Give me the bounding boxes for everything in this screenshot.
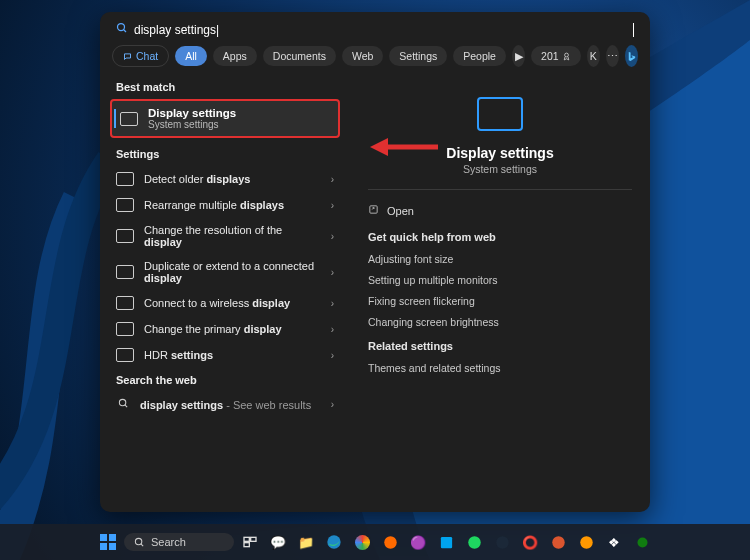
taskbar-app-icon[interactable]: [350, 530, 374, 554]
taskbar-app-icon[interactable]: [378, 530, 402, 554]
settings-result[interactable]: Detect older displays ›: [110, 166, 340, 192]
taskbar-app-icon[interactable]: ⭕: [518, 530, 542, 554]
chevron-right-icon: ›: [331, 298, 334, 309]
steam-icon[interactable]: [490, 530, 514, 554]
settings-result[interactable]: Change the primary display ›: [110, 316, 340, 342]
taskbar-app-icon[interactable]: [462, 530, 486, 554]
svg-line-4: [124, 405, 126, 407]
filter-people[interactable]: People: [453, 46, 506, 66]
chevron-right-icon: ›: [331, 399, 334, 410]
filter-chat[interactable]: Chat: [112, 45, 169, 67]
taskbar-app-icon[interactable]: 💬: [266, 530, 290, 554]
svg-rect-15: [440, 536, 451, 547]
file-explorer-icon[interactable]: 📁: [294, 530, 318, 554]
quick-help-link[interactable]: Adjusting font size: [368, 253, 632, 265]
display-icon: [116, 172, 134, 186]
details-subtitle: System settings: [368, 163, 632, 175]
best-match-subtitle: System settings: [148, 119, 236, 130]
related-link[interactable]: Themes and related settings: [368, 362, 632, 374]
display-large-icon: [477, 97, 523, 131]
svg-rect-20: [637, 537, 647, 547]
svg-rect-10: [244, 537, 249, 541]
chevron-right-icon: ›: [331, 174, 334, 185]
chevron-right-icon: ›: [331, 200, 334, 211]
settings-result[interactable]: Connect to a wireless display ›: [110, 290, 340, 316]
display-icon: [116, 348, 134, 362]
taskbar-app-icon[interactable]: ❖: [602, 530, 626, 554]
taskbar-app-icon[interactable]: [574, 530, 598, 554]
filter-web[interactable]: Web: [342, 46, 383, 66]
display-icon: [116, 229, 134, 243]
filter-apps[interactable]: Apps: [213, 46, 257, 66]
display-icon: [116, 198, 134, 212]
taskbar-search-placeholder: Search: [151, 536, 186, 548]
filter-settings[interactable]: Settings: [389, 46, 447, 66]
taskbar-app-icon[interactable]: [546, 530, 570, 554]
filter-row: Chat All Apps Documents Web Settings Peo…: [100, 43, 650, 77]
details-title: Display settings: [368, 145, 632, 161]
open-action[interactable]: Open: [368, 204, 632, 217]
start-search-panel: display settings Chat All Apps Documents…: [100, 12, 650, 512]
open-icon: [368, 204, 379, 217]
start-button[interactable]: [96, 530, 120, 554]
svg-point-14: [384, 536, 397, 549]
web-result[interactable]: display settings - See web results ›: [110, 392, 340, 417]
chevron-right-icon: ›: [331, 231, 334, 242]
settings-section-label: Settings: [116, 148, 334, 160]
quick-help-link[interactable]: Fixing screen flickering: [368, 295, 632, 307]
related-settings-label: Related settings: [368, 340, 632, 352]
svg-line-9: [141, 543, 143, 545]
display-icon: [116, 322, 134, 336]
search-web-label: Search the web: [116, 374, 334, 386]
display-icon: [120, 112, 138, 126]
settings-result[interactable]: Duplicate or extend to a connected displ…: [110, 254, 340, 290]
svg-point-8: [135, 538, 141, 544]
best-match-result[interactable]: Display settings System settings: [110, 99, 340, 138]
filter-all[interactable]: All: [175, 46, 207, 66]
svg-point-2: [564, 53, 568, 57]
taskbar-app-icon[interactable]: [630, 530, 654, 554]
rewards-points[interactable]: 201: [531, 46, 581, 66]
svg-rect-12: [244, 543, 249, 547]
task-view-icon[interactable]: [238, 530, 262, 554]
results-left-pane: Best match Display settings System setti…: [100, 77, 350, 512]
overflow-menu-icon[interactable]: ⋯: [606, 45, 619, 67]
display-icon: [116, 296, 134, 310]
chevron-right-icon: ›: [331, 350, 334, 361]
svg-point-16: [468, 536, 481, 549]
search-icon: [116, 398, 130, 411]
svg-point-3: [119, 399, 125, 405]
taskbar: Search 💬 📁 🟣 ⭕ ❖: [0, 524, 750, 560]
svg-point-18: [552, 536, 565, 549]
quick-help-label: Get quick help from web: [368, 231, 632, 243]
svg-line-1: [124, 30, 127, 33]
chevron-right-icon: ›: [331, 267, 334, 278]
text-cursor: [633, 23, 634, 37]
best-match-title: Display settings: [148, 107, 236, 119]
search-icon: [116, 22, 128, 37]
svg-rect-11: [251, 537, 256, 541]
settings-result[interactable]: Change the resolution of the display ›: [110, 218, 340, 254]
svg-point-19: [580, 536, 593, 549]
display-icon: [116, 265, 134, 279]
taskbar-search[interactable]: Search: [124, 533, 234, 551]
account-avatar[interactable]: K: [587, 45, 600, 67]
filter-documents[interactable]: Documents: [263, 46, 336, 66]
search-row: display settings: [100, 12, 650, 43]
svg-point-17: [496, 536, 509, 549]
taskbar-app-icon[interactable]: [434, 530, 458, 554]
svg-rect-5: [370, 206, 377, 213]
quick-help-link[interactable]: Changing screen brightness: [368, 316, 632, 328]
search-input[interactable]: display settings: [134, 23, 625, 37]
taskbar-app-icon[interactable]: 🟣: [406, 530, 430, 554]
edge-icon[interactable]: [322, 530, 346, 554]
settings-result[interactable]: HDR settings ›: [110, 342, 340, 368]
settings-result[interactable]: Rearrange multiple displays ›: [110, 192, 340, 218]
bing-icon[interactable]: [625, 45, 638, 67]
details-pane: Display settings System settings Open Ge…: [350, 77, 650, 512]
chevron-right-icon: ›: [331, 324, 334, 335]
quick-help-link[interactable]: Setting up multiple monitors: [368, 274, 632, 286]
filter-more-icon[interactable]: ▶: [512, 45, 525, 67]
svg-point-0: [118, 24, 125, 31]
best-match-label: Best match: [116, 81, 334, 93]
